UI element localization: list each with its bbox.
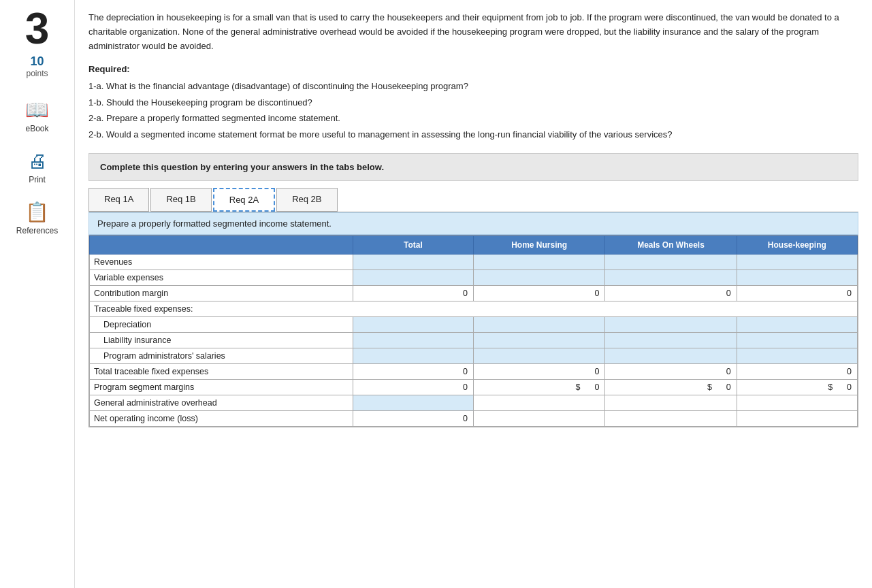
input-sal-home-nursing[interactable] bbox=[473, 348, 604, 363]
input-liab-housekeeping[interactable] bbox=[737, 332, 857, 348]
col-header-total: Total bbox=[353, 235, 473, 254]
references-label: References bbox=[16, 226, 58, 235]
row-total-traceable: Total traceable fixed expenses 0 0 0 0 bbox=[90, 363, 858, 379]
main-content: The depreciation in housekeeping is for … bbox=[75, 0, 872, 588]
required-item-1b: 1-b. Should the Housekeeping program be … bbox=[88, 95, 858, 110]
sal-meals-input[interactable] bbox=[609, 351, 732, 361]
val-psm-housekeeping: $ 0 bbox=[737, 379, 857, 395]
varexp-meals-input[interactable] bbox=[609, 273, 732, 282]
tab-req1b[interactable]: Req 1B bbox=[150, 188, 211, 212]
dep-meals-input[interactable] bbox=[609, 320, 732, 329]
gao-total-input[interactable] bbox=[357, 398, 469, 408]
liab-total-input[interactable] bbox=[357, 336, 469, 345]
ebook-icon: 📖 bbox=[25, 99, 49, 121]
sal-total-input[interactable] bbox=[357, 351, 469, 361]
liab-home-nursing-input[interactable] bbox=[478, 336, 600, 345]
noi-cell-meals bbox=[605, 410, 737, 426]
col-header-housekeeping: House-keeping bbox=[737, 235, 857, 254]
input-revenues-total[interactable] bbox=[353, 254, 473, 270]
tab-content-header: Prepare a properly formatted segmented i… bbox=[88, 212, 858, 235]
input-dep-home-nursing[interactable] bbox=[473, 316, 604, 332]
revenues-housekeeping-input[interactable] bbox=[741, 257, 853, 267]
row-net-operating-income: Net operating income (loss) 0 bbox=[90, 410, 858, 426]
input-dep-total[interactable] bbox=[353, 316, 473, 332]
col-header-meals-on-wheels: Meals On Wheels bbox=[605, 235, 737, 254]
input-sal-total[interactable] bbox=[353, 348, 473, 363]
varexp-total-input[interactable] bbox=[357, 273, 469, 282]
label-total-traceable: Total traceable fixed expenses bbox=[90, 363, 353, 379]
dep-housekeeping-input[interactable] bbox=[741, 320, 853, 329]
points-label: points bbox=[26, 69, 48, 78]
tab-req1a[interactable]: Req 1A bbox=[88, 188, 149, 212]
noi-cell-home-nursing bbox=[473, 410, 604, 426]
ebook-label: eBook bbox=[25, 124, 48, 133]
val-ttfe-total: 0 bbox=[353, 363, 473, 379]
label-revenues: Revenues bbox=[90, 254, 353, 270]
dep-total-input[interactable] bbox=[357, 320, 469, 329]
varexp-home-nursing-input[interactable] bbox=[478, 273, 600, 282]
row-program-segment-margins: Program segment margins 0 $ 0 $ 0 $ 0 bbox=[90, 379, 858, 395]
points-value: 10 bbox=[26, 54, 48, 69]
label-depreciation: Depreciation bbox=[90, 316, 353, 332]
input-gao-total[interactable] bbox=[353, 395, 473, 410]
question-number: 3 bbox=[25, 7, 50, 50]
val-cm-total: 0 bbox=[353, 285, 473, 301]
sal-housekeeping-input[interactable] bbox=[741, 351, 853, 361]
input-revenues-home-nursing[interactable] bbox=[473, 254, 604, 270]
input-varexp-housekeeping[interactable] bbox=[737, 270, 857, 285]
input-dep-housekeeping[interactable] bbox=[737, 316, 857, 332]
revenues-meals-input[interactable] bbox=[609, 257, 732, 267]
input-varexp-total[interactable] bbox=[353, 270, 473, 285]
label-traceable-header: Traceable fixed expenses: bbox=[90, 301, 858, 316]
label-general-admin-overhead: General administrative overhead bbox=[90, 395, 353, 410]
print-label: Print bbox=[29, 175, 46, 184]
references-button[interactable]: 📋 References bbox=[10, 194, 65, 242]
val-psm-total: 0 bbox=[353, 379, 473, 395]
input-sal-meals[interactable] bbox=[605, 348, 737, 363]
gao-cell-housekeeping bbox=[737, 395, 857, 410]
liab-meals-input[interactable] bbox=[609, 336, 732, 345]
input-sal-housekeeping[interactable] bbox=[737, 348, 857, 363]
revenues-home-nursing-input[interactable] bbox=[478, 257, 600, 267]
label-contribution-margin: Contribution margin bbox=[90, 285, 353, 301]
row-liability-insurance: Liability insurance bbox=[90, 332, 858, 348]
income-statement-table: Total Home Nursing Meals On Wheels House… bbox=[88, 235, 858, 427]
tab-req2b[interactable]: Req 2B bbox=[276, 188, 337, 212]
points-box: 10 points bbox=[26, 54, 48, 78]
input-liab-home-nursing[interactable] bbox=[473, 332, 604, 348]
gao-cell-home-nursing bbox=[473, 395, 604, 410]
input-varexp-home-nursing[interactable] bbox=[473, 270, 604, 285]
tab-req2a[interactable]: Req 2A bbox=[213, 188, 275, 212]
label-liability-insurance: Liability insurance bbox=[90, 332, 353, 348]
dep-home-nursing-input[interactable] bbox=[478, 320, 600, 329]
label-prog-admin-salaries: Program administrators' salaries bbox=[90, 348, 353, 363]
label-program-segment-margins: Program segment margins bbox=[90, 379, 353, 395]
val-cm-meals: 0 bbox=[605, 285, 737, 301]
required-item-1a: 1-a. What is the financial advantage (di… bbox=[88, 78, 858, 94]
val-ttfe-meals: 0 bbox=[605, 363, 737, 379]
input-varexp-meals[interactable] bbox=[605, 270, 737, 285]
question-text: The depreciation in housekeeping is for … bbox=[88, 11, 858, 53]
input-revenues-housekeeping[interactable] bbox=[737, 254, 857, 270]
print-button[interactable]: 🖨 Print bbox=[10, 143, 65, 191]
sal-home-nursing-input[interactable] bbox=[478, 351, 600, 361]
val-noi-total: 0 bbox=[353, 410, 473, 426]
val-ttfe-housekeeping: 0 bbox=[737, 363, 857, 379]
liab-housekeeping-input[interactable] bbox=[741, 336, 853, 345]
col-header-label bbox=[90, 235, 353, 254]
row-contribution-margin: Contribution margin 0 0 0 0 bbox=[90, 285, 858, 301]
ebook-button[interactable]: 📖 eBook bbox=[10, 92, 65, 140]
required-item-2b: 2-b. Would a segmented income statement … bbox=[88, 127, 858, 142]
varexp-housekeeping-input[interactable] bbox=[741, 273, 853, 282]
required-label: Required: bbox=[88, 64, 858, 74]
val-ttfe-home-nursing: 0 bbox=[473, 363, 604, 379]
val-psm-home-nursing: $ 0 bbox=[473, 379, 604, 395]
revenues-total-input[interactable] bbox=[357, 257, 469, 267]
input-liab-total[interactable] bbox=[353, 332, 473, 348]
input-revenues-meals[interactable] bbox=[605, 254, 737, 270]
input-liab-meals[interactable] bbox=[605, 332, 737, 348]
input-dep-meals[interactable] bbox=[605, 316, 737, 332]
noi-cell-housekeeping bbox=[737, 410, 857, 426]
required-item-2a: 2-a. Prepare a properly formatted segmen… bbox=[88, 110, 858, 126]
col-header-home-nursing: Home Nursing bbox=[473, 235, 604, 254]
